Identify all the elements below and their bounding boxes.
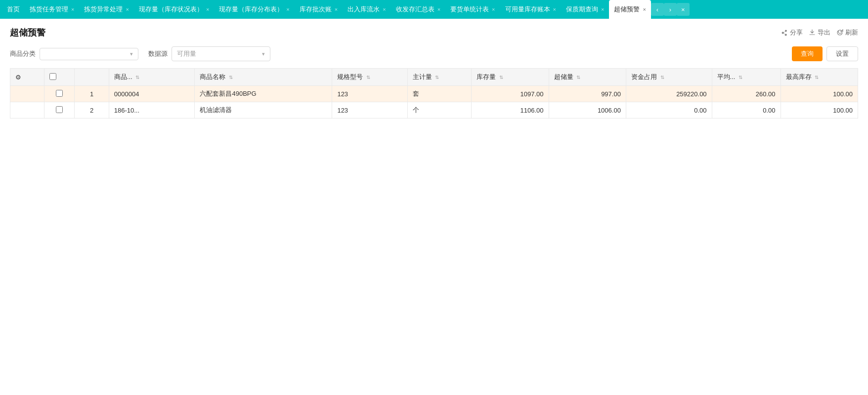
product-category-filter: 商品分类 ▾ (10, 48, 138, 60)
row-spec: 123 (332, 102, 407, 118)
nav-item-home[interactable]: 首页 (2, 0, 25, 19)
top-navigation: 首页 拣货任务管理 × 拣货异常处理 × 现存量（库存状况表） × 现存量（库存… (0, 0, 868, 19)
refresh-button[interactable]: 刷新 (836, 28, 858, 37)
page-title-row: 超储预警 分享 导出 刷新 (10, 27, 858, 39)
nav-item-batch[interactable]: 库存批次账 × (295, 0, 343, 19)
row-name: 机油滤清器 (195, 102, 332, 118)
row-check-cell[interactable] (44, 86, 75, 102)
sort-icon: ⇅ (366, 75, 370, 80)
row-check-cell[interactable] (44, 102, 75, 118)
table-body: 1 0000004 六配套新昌490BPG 123 套 1097.00 997.… (10, 86, 858, 118)
nav-more-button[interactable]: × (677, 3, 690, 16)
query-button[interactable]: 查询 (792, 46, 823, 61)
column-header-capital[interactable]: 资金占用 ⇅ (626, 69, 712, 86)
nav-next-button[interactable]: › (664, 3, 677, 16)
column-header-name[interactable]: 商品名称 ⇅ (195, 69, 332, 86)
row-index: 1 (75, 86, 109, 102)
row-maxstock: 100.00 (781, 102, 858, 118)
column-header-maxstock[interactable]: 最高库存 ⇅ (781, 69, 858, 86)
nav-item-overstock[interactable]: 超储预警 × (609, 0, 651, 19)
row-capital: 259220.00 (626, 86, 712, 102)
nav-item-task[interactable]: 拣货任务管理 × (25, 0, 79, 19)
nav-item-demand[interactable]: 要货单统计表 × (445, 0, 500, 19)
column-header-gear[interactable]: ⚙ (10, 69, 44, 86)
close-icon[interactable]: × (643, 6, 646, 12)
data-table: ⚙ 商品... ⇅ 商品名称 ⇅ 规格型号 ⇅ (10, 68, 858, 118)
row-unit: 个 (407, 102, 472, 118)
column-header-code[interactable]: 商品... ⇅ (109, 69, 195, 86)
close-icon[interactable]: × (71, 6, 74, 12)
row-index: 2 (75, 102, 109, 118)
column-header-spec[interactable]: 规格型号 ⇅ (332, 69, 407, 86)
row-code: 186-10... (109, 102, 195, 118)
sort-icon: ⇅ (738, 75, 742, 80)
data-source-filter: 数据源 可用量 ▾ (148, 46, 270, 61)
nav-item-inventory-status[interactable]: 现存量（库存状况表） × (134, 0, 214, 19)
row-avg: 260.00 (712, 86, 781, 102)
row-capital: 0.00 (626, 102, 712, 118)
refresh-icon (836, 29, 843, 36)
column-header-avg[interactable]: 平均... ⇅ (712, 69, 781, 86)
sort-icon: ⇅ (229, 75, 233, 80)
title-actions: 分享 导出 刷新 (781, 28, 858, 37)
export-icon (809, 29, 816, 36)
row-maxstock: 100.00 (781, 86, 858, 102)
row-checkbox[interactable] (56, 90, 63, 97)
nav-item-exception[interactable]: 拣货异常处理 × (79, 0, 133, 19)
column-header-index (75, 69, 109, 86)
close-icon[interactable]: × (335, 6, 338, 12)
chevron-down-icon: ▾ (262, 51, 265, 57)
export-button[interactable]: 导出 (809, 28, 830, 37)
gear-icon: ⚙ (15, 74, 21, 81)
row-avg: 0.00 (712, 102, 781, 118)
close-icon[interactable]: × (126, 6, 129, 12)
row-code: 0000004 (109, 86, 195, 102)
nav-item-available[interactable]: 可用量库存账本 × (500, 0, 561, 19)
nav-item-inventory-dist[interactable]: 现存量（库存分布表） × (214, 0, 294, 19)
filter-row: 商品分类 ▾ 数据源 可用量 ▾ 查询 设置 (10, 46, 858, 61)
sort-icon: ⇅ (435, 75, 439, 80)
row-checkbox[interactable] (56, 106, 63, 113)
table-row: 1 0000004 六配套新昌490BPG 123 套 1097.00 997.… (10, 86, 858, 102)
sort-icon: ⇅ (815, 75, 819, 80)
nav-prev-button[interactable]: ‹ (651, 3, 664, 16)
column-header-unit[interactable]: 主计量 ⇅ (407, 69, 472, 86)
share-button[interactable]: 分享 (781, 28, 803, 37)
row-gear-cell (10, 86, 44, 102)
column-header-stock[interactable]: 库存量 ⇅ (472, 69, 549, 86)
sort-icon: ⇅ (660, 75, 664, 80)
nav-item-inout[interactable]: 出入库流水 × (343, 0, 391, 19)
row-over: 1006.00 (549, 102, 626, 118)
close-icon[interactable]: × (206, 6, 209, 12)
row-stock: 1097.00 (472, 86, 549, 102)
row-stock: 1106.00 (472, 102, 549, 118)
sort-icon: ⇅ (576, 75, 580, 80)
close-icon[interactable]: × (286, 6, 289, 12)
page-content: 超储预警 分享 导出 刷新 商品分类 ▾ 数据源 (0, 19, 868, 126)
close-icon[interactable]: × (383, 6, 386, 12)
share-icon (781, 29, 788, 36)
close-icon[interactable]: × (492, 6, 495, 12)
row-gear-cell (10, 102, 44, 118)
sort-icon: ⇅ (499, 75, 503, 80)
close-icon[interactable]: × (437, 6, 440, 12)
data-source-label: 数据源 (148, 49, 168, 58)
filter-actions: 查询 设置 (792, 46, 858, 61)
select-all-checkbox[interactable] (49, 73, 56, 80)
row-name: 六配套新昌490BPG (195, 86, 332, 102)
data-source-select[interactable]: 可用量 ▾ (172, 46, 270, 61)
settings-button[interactable]: 设置 (826, 46, 858, 61)
row-spec: 123 (332, 86, 407, 102)
row-over: 997.00 (549, 86, 626, 102)
nav-item-expiry[interactable]: 保质期查询 × (561, 0, 609, 19)
row-unit: 套 (407, 86, 472, 102)
close-icon[interactable]: × (553, 6, 556, 12)
column-header-check[interactable] (44, 69, 75, 86)
chevron-down-icon: ▾ (130, 51, 133, 57)
column-header-over[interactable]: 超储量 ⇅ (549, 69, 626, 86)
product-category-select[interactable]: ▾ (40, 48, 138, 60)
close-icon[interactable]: × (601, 6, 604, 12)
nav-item-summary[interactable]: 收发存汇总表 × (391, 0, 445, 19)
page-title: 超储预警 (10, 27, 45, 39)
data-source-value: 可用量 (177, 49, 196, 58)
